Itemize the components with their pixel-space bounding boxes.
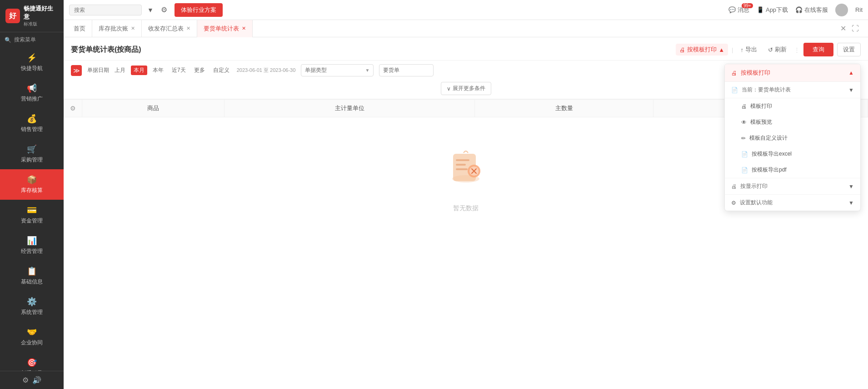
purchase-icon: 🛒: [27, 144, 37, 154]
current-template-arrow: ▼: [848, 87, 854, 93]
sidebar-bottom: ⚙ 🔊: [0, 371, 64, 389]
dropdown-default-section: ⚙ 设置默认功能 ▼: [725, 195, 860, 211]
sidebar-item-system[interactable]: ⚙️ 系统管理: [0, 291, 64, 322]
online-service-btn[interactable]: 🎧 在线客服: [795, 6, 828, 14]
dropdown-item-template-custom[interactable]: ✏ 模板自定义设计: [725, 130, 860, 146]
sidebar-item-basic-info[interactable]: 📋 基础信息: [0, 261, 64, 291]
dropdown-display-print-header[interactable]: 🖨 按显示打印 ▼: [725, 178, 860, 194]
sidebar-nav: ⚡ 快捷导航 📢 营销推广 💰 销售管理 🛒 采购管理 📦 库存核算 💳 资金管…: [0, 47, 64, 371]
page-header: 要货单统计表(按商品) 🖨 按模板打印 ▲ | ↑ 导出 ↺ 刷新: [64, 37, 868, 61]
finance-icon: 💳: [27, 205, 37, 215]
order-type-label: 单据类型: [305, 66, 327, 74]
tab-inventory-batch-close[interactable]: ✕: [131, 25, 135, 31]
settings-icon[interactable]: ⚙: [22, 376, 29, 384]
sales-icon: 💰: [27, 114, 37, 124]
sidebar: 好 畅捷通好生意 标准版 🔍 搜索菜单 ⚡ 快捷导航 📢 营销推广 💰 销售管理…: [0, 0, 64, 389]
username-label[interactable]: Rit: [855, 6, 863, 13]
dropdown-header-left: 🖨 按模板打印: [731, 69, 770, 77]
main-content: ▼ ⚙ 体验行业方案 💬 消息 99+ 📱 App下载 🎧 在线客服 Rit: [64, 0, 868, 389]
order-type-filter[interactable]: 单据类型 ▼: [301, 64, 374, 76]
topbar-settings-btn[interactable]: ⚙: [159, 4, 169, 16]
sidebar-item-label: 基础信息: [21, 278, 43, 286]
tab-home[interactable]: 首页: [67, 20, 92, 37]
sidebar-item-quick-nav[interactable]: ⚡ 快捷导航: [0, 47, 64, 78]
topbar-search-input[interactable]: [69, 5, 142, 15]
tab-receipt-summary[interactable]: 收发存汇总表 ✕: [142, 20, 197, 37]
export-excel-label: 按模板导出excel: [752, 150, 792, 158]
messages-btn[interactable]: 💬 消息 99+: [728, 6, 749, 14]
tab-order-summary[interactable]: 要货单统计表 ✕: [197, 20, 253, 37]
sidebar-item-label: 库存核算: [21, 187, 43, 194]
more-filters-btn[interactable]: ∨ 展开更多条件: [441, 82, 491, 95]
expand-window-btn[interactable]: ⛶: [850, 24, 861, 34]
export-btn[interactable]: ↑ 导出: [737, 44, 761, 56]
inventory-icon: 📦: [27, 175, 37, 185]
app-logo-text: 畅捷通好生意 标准版: [24, 5, 58, 27]
sidebar-item-guide[interactable]: 🎯 新手引导: [0, 352, 64, 371]
search-icon: 🔍: [5, 37, 11, 43]
date-btn-custom[interactable]: 自定义: [210, 66, 232, 75]
dropdown-default-header[interactable]: ⚙ 设置默认功能 ▼: [725, 195, 860, 211]
dropdown-items-section: 🖨 模板打印 👁 模板预览 ✏ 模板自定义设计 📄 按模板导出excel 📄: [725, 98, 860, 178]
tab-receipt-summary-label: 收发存汇总表: [148, 25, 184, 33]
print-btn[interactable]: 🖨 按模板打印 ▲: [676, 44, 728, 56]
user-avatar[interactable]: [835, 4, 848, 16]
empty-icon: [443, 145, 489, 199]
svg-rect-2: [456, 159, 469, 161]
refresh-btn[interactable]: ↺ 刷新: [764, 44, 790, 56]
username-text: Rit: [855, 6, 863, 13]
date-filter-label: 单据日期: [87, 66, 109, 74]
tab-inventory-batch[interactable]: 库存批次账 ✕: [92, 20, 142, 37]
date-btn-7days[interactable]: 近7天: [169, 66, 189, 75]
trial-btn[interactable]: 体验行业方案: [175, 3, 223, 17]
page-content: 要货单统计表(按商品) 🖨 按模板打印 ▲ | ↑ 导出 ↺ 刷新: [64, 37, 868, 389]
sidebar-item-inventory[interactable]: 📦 库存核算: [0, 169, 64, 200]
page-title: 要货单统计表(按商品): [71, 45, 141, 55]
sidebar-item-finance[interactable]: 💳 资金管理: [0, 200, 64, 230]
search-menu-btn[interactable]: 🔍 搜索菜单: [0, 32, 64, 47]
volume-icon[interactable]: 🔊: [32, 376, 41, 384]
settings-btn[interactable]: 设置: [837, 43, 861, 56]
dropdown-item-template-preview[interactable]: 👁 模板预览: [725, 114, 860, 130]
app-download-label: App下载: [766, 6, 788, 14]
app-download-btn[interactable]: 📱 App下载: [757, 6, 788, 14]
dropdown-item-template-print[interactable]: 🖨 模板打印: [725, 98, 860, 114]
filter-toggle-btn[interactable]: ≫: [71, 65, 82, 76]
date-btn-this-year[interactable]: 本年: [150, 66, 166, 75]
print-btn-label: 按模板打印: [687, 45, 717, 54]
dropdown-default-left: ⚙ 设置默认功能: [731, 199, 773, 207]
query-btn[interactable]: 查询: [803, 43, 833, 56]
order-num-filter[interactable]: 要货单: [379, 64, 434, 76]
dropdown-current-header[interactable]: 📄 当前：要货单统计表 ▼: [725, 82, 860, 98]
tab-inventory-batch-label: 库存批次账: [99, 25, 128, 33]
sidebar-item-purchase[interactable]: 🛒 采购管理: [0, 139, 64, 169]
marketing-icon: 📢: [27, 83, 37, 93]
dropdown-item-export-pdf[interactable]: 📄 按模板导出pdf: [725, 162, 860, 178]
date-btn-this-month[interactable]: 本月: [131, 66, 147, 75]
tab-order-summary-close[interactable]: ✕: [242, 25, 246, 31]
table-header-unit: 主计量单位: [224, 100, 475, 117]
table-settings-icon[interactable]: ⚙: [70, 105, 76, 112]
sidebar-item-label: 采购管理: [21, 156, 43, 164]
sidebar-item-operations[interactable]: 📊 经营管理: [0, 230, 64, 261]
topbar: ▼ ⚙ 体验行业方案 💬 消息 99+ 📱 App下载 🎧 在线客服 Rit: [64, 0, 868, 20]
export-icon: ↑: [741, 46, 744, 53]
dropdown-header-arrow: ▲: [848, 70, 854, 76]
chevron-down-icon: ∨: [447, 86, 451, 92]
date-btn-more[interactable]: 更多: [191, 66, 208, 75]
printer-icon: 🖨: [679, 46, 685, 53]
date-btn-last-month[interactable]: 上月: [112, 66, 128, 75]
messages-badge: 99+: [742, 3, 753, 8]
sidebar-item-label: 经营管理: [21, 248, 43, 255]
topbar-dropdown-btn[interactable]: ▼: [145, 5, 155, 15]
sidebar-item-sales[interactable]: 💰 销售管理: [0, 108, 64, 139]
dropdown-header[interactable]: 🖨 按模板打印 ▲: [725, 64, 860, 82]
sidebar-item-cooperation[interactable]: 🤝 企业协同: [0, 322, 64, 352]
dropdown-display-print-left: 🖨 按显示打印: [731, 182, 768, 190]
dropdown-item-export-excel[interactable]: 📄 按模板导出excel: [725, 146, 860, 162]
tab-receipt-summary-close[interactable]: ✕: [186, 25, 190, 31]
sidebar-item-marketing[interactable]: 📢 营销推广: [0, 78, 64, 108]
close-window-btn[interactable]: ✕: [838, 23, 848, 34]
sidebar-logo: 好 畅捷通好生意 标准版: [0, 0, 64, 32]
svg-rect-4: [456, 168, 468, 170]
